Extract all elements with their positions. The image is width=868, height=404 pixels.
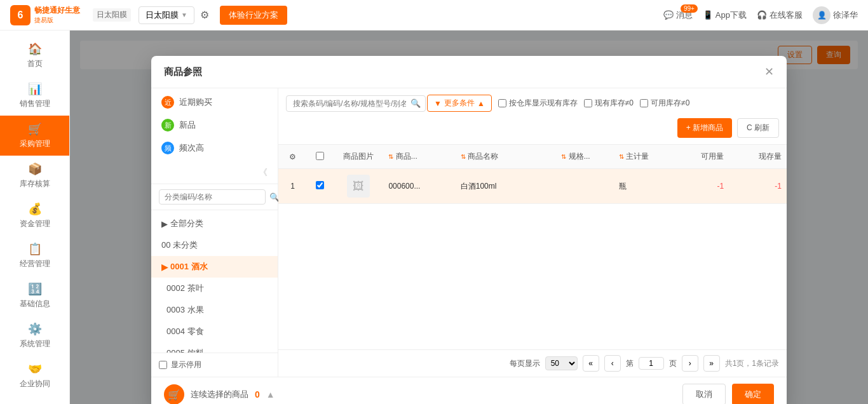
cart-count: 0 <box>255 389 260 400</box>
messages-badge: 99+ <box>681 4 698 13</box>
sidebar-item-basics[interactable]: 🔢 基础信息 <box>0 276 69 316</box>
first-page-btn[interactable]: « <box>583 355 599 372</box>
close-icon[interactable]: ✕ <box>764 65 774 79</box>
logo-text: 畅捷通好生意 捷易版 <box>34 5 80 25</box>
sidebar-item-inventory[interactable]: 📦 库存核算 <box>0 156 69 196</box>
prev-page-btn[interactable]: ‹ <box>604 355 621 372</box>
product-table-wrapper: ⚙ 商品图片 ⇅ 商品... ⇅ 商品名称 <box>278 145 787 349</box>
category-item-00[interactable]: 00 未分类 <box>151 234 278 256</box>
warehouse-filter: 按仓库显示现有库存 <box>498 98 578 109</box>
finance-icon: 💰 <box>28 202 42 216</box>
user-profile[interactable]: 👤 徐泽华 <box>813 6 858 24</box>
col-image: 商品图片 <box>333 145 383 169</box>
sidebar-item-label: 基础信息 <box>20 299 50 309</box>
sidebar-item-home[interactable]: 🏠 首页 <box>0 36 69 76</box>
row-code: 000600... <box>383 169 455 204</box>
modal-body: 近 近期购买 新 新品 频 频次高 <box>151 88 787 377</box>
sidebar-item-label: 采购管理 <box>20 138 50 149</box>
show-disabled-row: 显示停用 <box>151 353 278 377</box>
high-freq-label: 频次高 <box>179 142 204 154</box>
page-size-select[interactable]: 10 20 50 100 <box>545 356 578 370</box>
headset-icon: 🎧 <box>757 10 767 20</box>
main-layout: 🏠 首页 📊 销售管理 🛒 采购管理 📦 库存核算 💰 资金管理 📋 经营管理 … <box>0 30 868 404</box>
add-product-btn[interactable]: + 新增商品 <box>677 118 732 138</box>
sidebar-item-system[interactable]: ⚙️ 系统管理 <box>0 316 69 356</box>
sidebar-item-label: 企业协同 <box>20 379 50 389</box>
category-search-input[interactable] <box>159 189 266 205</box>
new-product-icon: 新 <box>161 119 174 131</box>
row-available: -1 <box>672 169 729 204</box>
online-service-btn[interactable]: 🎧 在线客服 <box>757 10 803 21</box>
app-download-btn[interactable]: 📱 App下载 <box>703 10 747 21</box>
recent-buy-icon: 近 <box>161 96 174 109</box>
row-name: 白酒100ml <box>456 169 557 204</box>
system-icon: ⚙️ <box>28 322 42 336</box>
page-number-input[interactable] <box>639 357 664 370</box>
messages-btn[interactable]: 💬 消息 99+ <box>663 10 693 21</box>
category-item-0002[interactable]: 0002 茶叶 <box>151 278 278 299</box>
sidebar-item-guide[interactable]: 📖 新手引导 <box>0 396 69 404</box>
sidebar-item-sales[interactable]: 📊 销售管理 <box>0 76 69 116</box>
basics-icon: 🔢 <box>28 282 42 296</box>
app-logo: 6 畅捷通好生意 捷易版 <box>10 5 80 25</box>
ops-icon: 📋 <box>28 242 42 256</box>
sidebar-item-finance[interactable]: 💰 资金管理 <box>0 196 69 236</box>
select-all-checkbox[interactable] <box>316 152 324 160</box>
category-item-0005[interactable]: 0005 饮料 <box>151 342 278 353</box>
last-page-btn[interactable]: » <box>703 355 720 372</box>
chevron-down-icon: ▼ <box>181 11 187 18</box>
col-available: 可用量 <box>672 145 729 169</box>
category-item-0001[interactable]: ▶ 0001 酒水 <box>151 256 278 278</box>
sidebar-item-label: 销售管理 <box>20 98 50 109</box>
warehouse-checkbox[interactable] <box>498 99 506 107</box>
high-freq-icon: 频 <box>161 142 174 154</box>
product-table-body: 1 🖼 000600... 白酒100ml <box>278 169 787 204</box>
row-seq: 1 <box>278 169 307 204</box>
recent-buy-label: 近期购买 <box>179 97 212 108</box>
high-freq-item[interactable]: 频 频次高 <box>151 137 278 159</box>
row-spec <box>556 169 614 204</box>
available-checkbox[interactable] <box>640 99 648 107</box>
cart-icon: 🛒 <box>164 384 184 404</box>
col-code: ⇅ 商品... <box>383 145 455 169</box>
cancel-btn[interactable]: 取消 <box>682 384 726 404</box>
brand-tag: 日太阳膜 <box>93 8 131 22</box>
product-search-icon[interactable]: 🔍 <box>410 98 421 108</box>
action-btns: + 新增商品 C 刷新 <box>677 118 779 138</box>
category-item-0004[interactable]: 0004 零食 <box>151 321 278 342</box>
brand-selector[interactable]: 日太阳膜 ▼ <box>139 6 194 24</box>
col-checkbox <box>307 145 333 169</box>
product-search-input[interactable] <box>286 95 426 112</box>
product-image: 🖼 <box>347 175 370 198</box>
sidebar-item-operations[interactable]: 📋 经营管理 <box>0 236 69 276</box>
show-disabled-checkbox[interactable] <box>159 361 167 369</box>
show-disabled-label: 显示停用 <box>171 360 201 370</box>
row-checkbox[interactable] <box>316 181 324 189</box>
total-info: 共1页，1条记录 <box>725 358 779 369</box>
message-icon: 💬 <box>663 10 674 20</box>
refresh-btn[interactable]: C 刷新 <box>737 118 779 138</box>
sidebar-item-label: 库存核算 <box>20 178 50 189</box>
stock-checkbox[interactable] <box>584 99 592 107</box>
collapse-left-btn[interactable]: 《 <box>259 167 268 178</box>
table-row[interactable]: 1 🖼 000600... 白酒100ml <box>278 169 787 204</box>
recent-buy-item[interactable]: 近 近期购买 <box>151 91 278 114</box>
next-page-btn[interactable]: › <box>682 355 698 372</box>
new-product-item[interactable]: 新 新品 <box>151 114 278 137</box>
pagination-bar: 每页显示 10 20 50 100 « ‹ 第 页 <box>278 349 787 377</box>
product-table: ⚙ 商品图片 ⇅ 商品... ⇅ 商品名称 <box>278 145 787 204</box>
chevron-up-icon: ▲ <box>477 99 485 108</box>
modal-footer: 🛒 连续选择的商品 0 ▲ 取消 确定 <box>151 377 787 404</box>
category-item-0003[interactable]: 0003 水果 <box>151 299 278 321</box>
experience-btn[interactable]: 体验行业方案 <box>220 6 287 25</box>
gear-icon[interactable]: ⚙ <box>194 5 215 25</box>
page-suffix: 页 <box>669 358 677 369</box>
home-icon: 🏠 <box>28 42 42 56</box>
sidebar-item-collab[interactable]: 🤝 企业协同 <box>0 356 69 396</box>
sidebar-item-purchase[interactable]: 🛒 采购管理 <box>0 116 69 156</box>
confirm-btn[interactable]: 确定 <box>732 384 774 404</box>
collapse-footer-icon[interactable]: ▲ <box>266 389 275 400</box>
filter-more-btn[interactable]: ▼ 更多条件 ▲ <box>427 95 492 112</box>
category-item-all[interactable]: ▶ 全部分类 <box>151 213 278 234</box>
left-panel: 近 近期购买 新 新品 频 频次高 <box>151 88 278 377</box>
